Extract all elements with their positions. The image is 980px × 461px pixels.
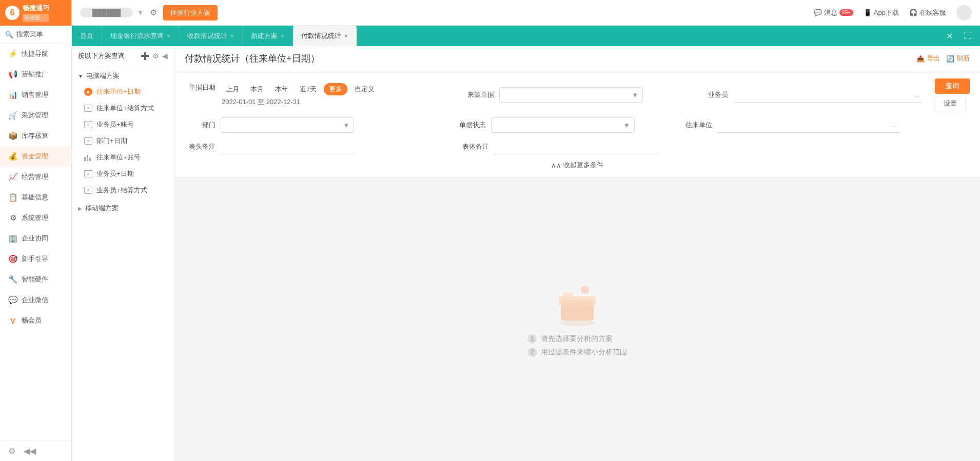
user-avatar[interactable] [956, 5, 972, 21]
content: 按以下方案查询 ➕ ⚙ ◀ ▼ 电脑端方案 ● 往来单位+日期 ≡ [72, 46, 980, 461]
messages-btn[interactable]: 💬 消息 99+ [814, 8, 853, 17]
sidebar-item-purchase[interactable]: 🛒 采购管理 [0, 105, 71, 126]
sidebar-item-vip[interactable]: V 畅会员 [0, 310, 71, 331]
expand-btn[interactable]: ⛶ [961, 29, 975, 43]
export-icon: 📤 [916, 55, 925, 63]
sidebar-item-sales[interactable]: 📊 销售管理 [0, 85, 71, 105]
date-opt-this-month[interactable]: 本月 [246, 83, 268, 95]
filter-area: 单据日期 上月 本月 本年 近7天 更多 自定义 2022- [174, 71, 980, 177]
empty-hint-1: 1 请先选择要分析的方案 [527, 334, 627, 344]
scheme-item-6[interactable]: ≡ 业务员+结算方式 [72, 182, 174, 198]
sidebar-item-quick-nav[interactable]: ⚡ 快捷导航 [0, 44, 71, 64]
tab-new-scheme[interactable]: 新建方案 × [243, 26, 293, 46]
main-area: ██████ ▼ ⚙ 体验行业方案 💬 消息 99+ 📱 App下载 🎧 在线客… [72, 0, 980, 461]
tab-receivable[interactable]: 收款情况统计 × [179, 26, 243, 46]
filter-row-3: 表头备注 表体备注 [185, 139, 970, 154]
tab-home[interactable]: 首页 [72, 26, 102, 46]
topbar-user: ██████ ▼ [80, 8, 144, 17]
sidebar-item-wechat[interactable]: 💬 企业微信 [0, 290, 71, 310]
user-name: ██████ [80, 8, 133, 17]
sidebar-footer: ⚙ ◀◀ [0, 440, 71, 461]
source-bill-label: 来源单据 [463, 90, 494, 99]
search-icon: 🔍 [5, 31, 13, 38]
topbar-settings-btn[interactable]: ⚙ [150, 8, 157, 17]
scheme-item-1[interactable]: ≡ 往来单位+结算方式 [72, 100, 174, 116]
mobile-schemes-group[interactable]: ▶ 移动端方案 [72, 201, 174, 216]
tab-new-scheme-close[interactable]: × [281, 32, 284, 39]
scheme-item-4[interactable]: 往来单位+账号 [72, 149, 174, 166]
query-btn[interactable]: 查询 [935, 78, 970, 94]
collapse-scheme-btn[interactable]: ◀ [162, 52, 168, 60]
app-logo-text: 畅捷通巧 标准版 [23, 4, 49, 22]
inventory-icon: 📦 [8, 131, 17, 141]
operation-icon: 📈 [8, 172, 17, 182]
date-opt-more[interactable]: 更多 [324, 83, 347, 95]
app-download-btn[interactable]: 📱 App下载 [864, 8, 899, 17]
date-opt-this-year[interactable]: 本年 [271, 83, 292, 95]
dropdown-icon: ▼ [632, 91, 638, 99]
collapse-conditions-btn[interactable]: ∧∧ 收起更多条件 [551, 161, 603, 170]
bill-status-dropdown-icon: ▼ [623, 122, 630, 129]
app-logo-icon: 6 [5, 6, 19, 20]
close-tab-btn[interactable]: ✕ [942, 29, 956, 43]
dept-dropdown-icon: ▼ [343, 122, 349, 129]
collapse-sidebar-btn[interactable]: ◀◀ [24, 446, 36, 456]
expand-mobile-icon: ▶ [78, 206, 82, 211]
wechat-icon: 💬 [8, 295, 17, 305]
settings-btn[interactable]: 设置 [935, 96, 966, 111]
date-label: 单据日期 [185, 83, 215, 92]
partner-input[interactable]: ... [717, 117, 900, 133]
export-btn[interactable]: 📤 导出 [916, 54, 940, 63]
tab-cashflow[interactable]: 现金银行流水查询 × [102, 26, 179, 46]
settings-footer-btn[interactable]: ⚙ [8, 446, 15, 456]
svg-point-4 [581, 286, 589, 294]
sidebar-item-system[interactable]: ⚙ 系统管理 [0, 208, 71, 228]
sidebar-item-basic[interactable]: 📋 基础信息 [0, 187, 71, 208]
sidebar: 6 畅捷通巧 标准版 🔍 搜索菜单 ⚡ 快捷导航 📢 营销推广 📊 销售管理 🛒… [0, 0, 72, 461]
online-service-btn[interactable]: 🎧 在线客服 [909, 8, 946, 17]
trial-btn[interactable]: 体验行业方案 [163, 5, 218, 21]
scheme-sq-icon-2: ≡ [84, 121, 92, 128]
empty-hints: 1 请先选择要分析的方案 2 用过滤条件来缩小分析范围 [527, 334, 627, 357]
scheme-settings-btn[interactable]: ⚙ [152, 52, 159, 60]
scheme-item-5[interactable]: ≡ 业务员+日期 [72, 166, 174, 182]
sidebar-item-inventory[interactable]: 📦 库存核算 [0, 126, 71, 146]
expand-desktop-icon: ▼ [78, 73, 83, 79]
sidebar-item-finance[interactable]: 💰 资金管理 [0, 146, 71, 167]
basic-icon: 📋 [8, 193, 17, 202]
tab-payment-stat[interactable]: 付款情况统计 × [293, 26, 357, 46]
date-opt-last-month[interactable]: 上月 [222, 83, 243, 95]
sidebar-item-hardware[interactable]: 🔧 智能硬件 [0, 269, 71, 290]
scheme-header-actions: ➕ ⚙ ◀ [141, 52, 168, 60]
scheme-item-0[interactable]: ● 往来单位+日期 [72, 84, 174, 100]
sidebar-item-enterprise[interactable]: 🏢 企业协同 [0, 228, 71, 249]
page-header: 付款情况统计（往来单位+日期） 📤 导出 🔄 刷新 [174, 46, 980, 71]
scheme-sq-icon: ≡ [84, 105, 92, 112]
refresh-btn[interactable]: 🔄 刷新 [946, 54, 970, 63]
add-scheme-btn[interactable]: ➕ [141, 52, 149, 60]
hardware-icon: 🔧 [8, 275, 17, 284]
tab-payment-stat-close[interactable]: × [344, 32, 348, 39]
header-remark-input[interactable] [221, 139, 354, 154]
sidebar-item-operation[interactable]: 📈 经营管理 [0, 167, 71, 187]
search-menu[interactable]: 🔍 搜索菜单 [0, 26, 71, 44]
body-remark-input[interactable] [494, 139, 658, 154]
dept-select[interactable]: ▼ [221, 117, 354, 133]
desktop-schemes-title[interactable]: ▼ 电脑端方案 [72, 68, 174, 84]
tab-cashflow-close[interactable]: × [167, 32, 170, 39]
tab-receivable-close[interactable]: × [230, 32, 234, 39]
date-opt-7days[interactable]: 近7天 [296, 83, 321, 95]
salesman-input[interactable]: ... [733, 87, 923, 103]
scheme-item-3[interactable]: ≡ 部门+日期 [72, 133, 174, 149]
user-dropdown-btn[interactable]: ▼ [137, 9, 144, 16]
system-icon: ⚙ [8, 213, 17, 223]
source-bill-select[interactable]: ▼ [499, 87, 643, 103]
date-opt-custom[interactable]: 自定义 [350, 83, 379, 95]
svg-point-0 [559, 320, 595, 326]
headset-icon: 🎧 [909, 9, 917, 16]
scheme-item-2[interactable]: ≡ 业务员+账号 [72, 116, 174, 133]
bill-status-select[interactable]: ▼ [491, 117, 635, 133]
sidebar-item-marketing[interactable]: 📢 营销推广 [0, 64, 71, 85]
sidebar-item-guide[interactable]: 🎯 新手引导 [0, 249, 71, 269]
header-remark-label: 表头备注 [185, 142, 215, 151]
